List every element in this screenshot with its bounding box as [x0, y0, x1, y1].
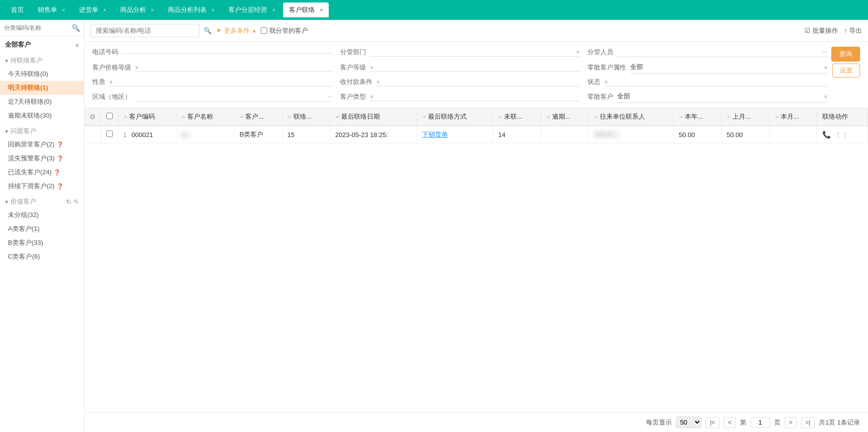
refresh-icon[interactable]: ↻ — [66, 198, 72, 206]
sidebar-class-b[interactable]: B类客户(33) — [0, 236, 84, 250]
phone-action-icon[interactable]: 📞 — [822, 131, 831, 139]
col-overdue[interactable]: 逾期... — [541, 108, 588, 126]
col-contact-count[interactable]: 联络... — [282, 108, 330, 126]
more-conditions-button[interactable]: ▼ 更多条件 ▲ — [216, 26, 257, 35]
close-purchase-icon[interactable]: × — [103, 7, 106, 13]
search-input[interactable] — [90, 24, 200, 37]
branch-person-select[interactable]: ··· — [617, 47, 827, 57]
customer-type-field: 客户类型 ∨ — [340, 92, 580, 101]
retail-attr-label: 零散客户属性 — [587, 63, 626, 72]
collapse-icon[interactable]: « — [75, 41, 79, 49]
col-last-month[interactable]: 上月... — [722, 108, 769, 126]
close-product-analysis-list-icon[interactable]: × — [212, 7, 215, 13]
bulk-action-label: 批量操作 — [812, 26, 838, 35]
retail-customer-select[interactable]: 全部 ∨ — [617, 90, 827, 103]
next-page-button[interactable]: > — [785, 417, 797, 428]
sidebar-class-c[interactable]: C类客户(6) — [0, 250, 84, 264]
nav-home[interactable]: 首页 — [5, 2, 30, 17]
prev-page-button[interactable]: < — [723, 417, 736, 428]
col-uncontacted[interactable]: 未联... — [493, 108, 541, 126]
payment-terms-select[interactable]: ∨ — [376, 77, 580, 86]
last-page-button[interactable]: >| — [801, 417, 815, 428]
row-overdue-cell — [541, 126, 588, 144]
sidebar-today-pending[interactable]: 今天待联络(0) — [0, 67, 84, 81]
my-customers-checkbox-label[interactable]: 我分管的客户 — [261, 26, 308, 35]
branch-dept-label: 分管部门 — [340, 48, 366, 57]
nav-customer-contact[interactable]: 客户联络 × — [283, 2, 329, 17]
sidebar-search-icon[interactable]: 🔍 — [72, 24, 80, 32]
sidebar-tomorrow-pending[interactable]: 明天待联络(1) — [0, 81, 84, 95]
pagination-bar: 每页显示 50 100 200 |< < 第 页 > >| 共1页 1条记录 — [84, 412, 868, 432]
branch-dept-select[interactable]: ∨ — [370, 48, 580, 57]
edit-icon[interactable]: ✎ — [73, 198, 79, 206]
sidebar-declining[interactable]: 持续下滑客户(2) ❓ — [0, 179, 84, 193]
sidebar-ungrouped[interactable]: 未分组(32) — [0, 208, 84, 222]
nav-sales[interactable]: 销售单 × — [32, 2, 71, 17]
advanced-filters: 电话号码 分管部门 ∨ 分管人员 — [84, 42, 868, 108]
region-label: 区域（地区） — [92, 92, 131, 101]
select-all-checkbox[interactable] — [106, 113, 113, 119]
col-type[interactable]: 客户... — [234, 108, 282, 126]
price-level-select[interactable]: ∨ — [135, 63, 332, 72]
col-code[interactable]: 客户编码 — [118, 108, 176, 126]
row-contact-person: 某联系人 — [594, 131, 620, 138]
sidebar-churn-warning[interactable]: 流失预警客户(3) ❓ — [0, 151, 84, 165]
sidebar-repurchase-abnormal[interactable]: 回购异常客户(2) ❓ — [0, 138, 84, 151]
col-this-month[interactable]: 本月... — [769, 108, 817, 126]
col-last-date[interactable]: 最后联络日期 — [330, 108, 417, 126]
col-contact-person[interactable]: 往来单位联系人 — [589, 108, 674, 126]
customer-type-select[interactable]: ∨ — [370, 92, 580, 101]
close-sales-icon[interactable]: × — [62, 7, 65, 13]
close-product-analysis-icon[interactable]: × — [151, 7, 154, 13]
problem-customers-arrow: ▾ — [5, 128, 8, 135]
customer-level-select[interactable]: ∨ — [370, 63, 580, 72]
sidebar-class-a[interactable]: A类客户(1) — [0, 222, 84, 236]
page-input[interactable] — [750, 417, 770, 428]
col-this-year[interactable]: 本年... — [673, 108, 721, 126]
close-customer-contact-icon[interactable]: × — [320, 7, 323, 13]
row-last-method[interactable]: 下销货单 — [422, 131, 448, 138]
close-customer-layered-icon[interactable]: × — [272, 7, 275, 13]
row-index-code-cell: 1 000021 — [118, 126, 176, 144]
row-this-year: 50.00 — [679, 131, 695, 139]
col-name[interactable]: 客户名称 — [176, 108, 234, 126]
table-gear-icon[interactable]: ⚙ — [89, 113, 96, 121]
status-label: 状态 — [587, 77, 600, 86]
nav-customer-layered[interactable]: 客户分层经营 × — [222, 2, 281, 17]
top-nav: 首页 销售单 × 进货单 × 商品分析 × 商品分析列表 × 客户分层经营 × … — [0, 0, 868, 20]
content-area: 🔍 ▼ 更多条件 ▲ 我分管的客户 ☑ 批量操作 ↑ 导出 — [84, 20, 868, 432]
customer-type-chevron: ∨ — [370, 94, 373, 99]
col-last-method[interactable]: 最后联络方式 — [417, 108, 493, 126]
sidebar-churned[interactable]: 已流失客户(24) ❓ — [0, 165, 84, 179]
sidebar-search-input[interactable] — [4, 24, 72, 31]
row-name[interactable]: Ea — [181, 131, 189, 139]
region-field: 区域（地区） ··· — [92, 91, 332, 102]
search-button-icon[interactable]: 🔍 — [204, 27, 212, 34]
region-select[interactable]: ··· — [135, 91, 332, 102]
query-button[interactable]: 查询 — [831, 47, 860, 62]
nature-select[interactable]: ∨ — [109, 77, 332, 86]
row-checkbox[interactable] — [106, 131, 113, 137]
settings-button[interactable]: 设置 — [832, 64, 860, 77]
price-level-chevron: ∨ — [135, 65, 139, 70]
retail-attr-select[interactable]: 全部 ∨ — [630, 61, 827, 73]
my-customers-checkbox[interactable] — [261, 27, 267, 34]
first-page-button[interactable]: |< — [706, 417, 720, 428]
nav-product-analysis-list[interactable]: 商品分析列表 × — [162, 2, 220, 17]
row-this-month-cell — [769, 126, 817, 144]
bulk-action-button[interactable]: ☑ 批量操作 — [804, 26, 838, 35]
sidebar-week-pending[interactable]: 近7天待联络(0) — [0, 95, 84, 109]
problem-customers-group: ▾ 问题客户 — [0, 125, 84, 138]
row-type-cell: B类客户 — [234, 126, 282, 144]
status-select[interactable]: ∨ — [604, 77, 827, 86]
sidebar-overdue-pending[interactable]: 逾期未联络(30) — [0, 109, 84, 123]
nav-product-analysis[interactable]: 商品分析 × — [114, 2, 160, 17]
branch-person-dots: ··· — [822, 48, 827, 55]
export-button[interactable]: ↑ 导出 — [844, 26, 863, 35]
page-size-select[interactable]: 50 100 200 — [676, 417, 702, 428]
nav-purchase[interactable]: 进货单 × — [73, 2, 112, 17]
row-action-cell: 📞 ⋮⋮ — [817, 126, 868, 144]
phone-input[interactable] — [122, 51, 332, 54]
more-action-icon[interactable]: ⋮⋮ — [835, 131, 849, 139]
row-uncontacted: 14 — [498, 131, 505, 139]
